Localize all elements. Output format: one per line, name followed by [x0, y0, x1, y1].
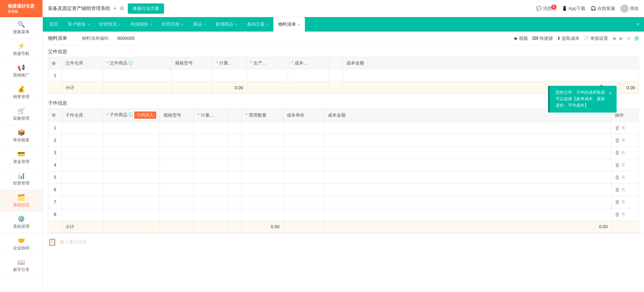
- child-row-8-quantity[interactable]: [194, 208, 228, 221]
- user-btn[interactable]: 用友: [620, 4, 639, 13]
- child-row-8-warehouse[interactable]: [62, 208, 103, 221]
- child-row-5-unit-cost[interactable]: [283, 171, 324, 184]
- tab-close-operations[interactable]: ×: [119, 22, 121, 26]
- delete-row-6-icon[interactable]: 🗑: [615, 187, 620, 192]
- parent-col-settings[interactable]: ⚙: [48, 57, 62, 69]
- child-row-1-product[interactable]: [103, 122, 160, 134]
- sidebar-item-quick-nav[interactable]: ⚡ 快捷导航: [0, 39, 42, 60]
- child-row-6-quantity[interactable]: [194, 184, 228, 196]
- tab-close-products[interactable]: ×: [204, 22, 206, 26]
- tab-close-profit[interactable]: ×: [150, 22, 152, 26]
- dropdown-arrow-icon[interactable]: ▾: [114, 6, 116, 11]
- child-row-3-quantity[interactable]: [194, 147, 228, 159]
- child-row-2-quantity[interactable]: [194, 134, 228, 147]
- tab-close-history[interactable]: ×: [181, 22, 183, 26]
- child-row-5-quantity[interactable]: [194, 171, 228, 184]
- delete-row-3-icon[interactable]: 🗑: [615, 150, 620, 155]
- nav-prev-btn[interactable]: ◀: [612, 36, 616, 41]
- child-row-4-spec[interactable]: [160, 159, 194, 171]
- child-row-1-spec[interactable]: [160, 122, 194, 134]
- sidebar-item-inventory[interactable]: 📦 库存核算: [0, 125, 42, 147]
- child-row-8-product[interactable]: [103, 208, 160, 221]
- app-download-btn[interactable]: 📱 App下载: [562, 5, 585, 12]
- grid-view-btn[interactable]: ≡: [627, 35, 630, 42]
- child-row-3-unit-cost[interactable]: [283, 147, 324, 159]
- child-row-7-warehouse[interactable]: [62, 196, 103, 208]
- sidebar-item-basic-info[interactable]: 🗂️ 基础信息: [0, 190, 42, 212]
- child-row-5-spec[interactable]: [160, 171, 194, 184]
- child-col-settings[interactable]: ⚙: [48, 109, 62, 122]
- tab-bom[interactable]: 物料清单 ×: [273, 17, 305, 32]
- delete-row-8-icon[interactable]: 🗑: [615, 211, 620, 217]
- copy-row-4-icon[interactable]: ⎘: [622, 162, 625, 167]
- delete-row-7-icon[interactable]: 🗑: [615, 199, 620, 205]
- tab-home[interactable]: 首页: [45, 17, 63, 32]
- tab-close-barcode[interactable]: ×: [267, 22, 269, 26]
- child-row-3-spec[interactable]: [160, 147, 194, 159]
- child-row-5-warehouse[interactable]: [62, 171, 103, 184]
- child-row-5-required-qty[interactable]: [242, 171, 283, 184]
- delete-row-1-icon[interactable]: 🗑: [615, 125, 620, 131]
- copy-row-6-icon[interactable]: ⎘: [622, 187, 625, 192]
- extract-cost-btn[interactable]: ⬇ 提取成本: [557, 35, 580, 42]
- online-service-btn[interactable]: 🎧 在线客服: [591, 5, 615, 12]
- tab-close-bom[interactable]: ×: [298, 22, 300, 26]
- shortcut-btn[interactable]: ⌨ 快捷键: [532, 35, 553, 42]
- child-row-2-required-qty[interactable]: [242, 134, 283, 147]
- tab-products[interactable]: 商品 ×: [188, 17, 211, 32]
- copy-row-2-icon[interactable]: ⎘: [622, 138, 625, 143]
- tooltip-close-btn[interactable]: ×: [609, 89, 612, 97]
- copy-row-8-icon[interactable]: ⎘: [622, 212, 625, 217]
- child-row-8-required-qty[interactable]: [242, 208, 283, 221]
- tab-close-new-product[interactable]: ×: [235, 22, 237, 26]
- child-row-6-unit-cost[interactable]: [283, 184, 324, 196]
- child-row-3-warehouse[interactable]: [62, 147, 103, 159]
- single-settings-btn[interactable]: 📄 单据设置: [584, 35, 608, 42]
- tab-operations[interactable]: 经营情况 ×: [94, 17, 125, 32]
- tab-profit[interactable]: 利润报告 ×: [126, 17, 157, 32]
- close-all-tabs[interactable]: ×: [634, 21, 642, 27]
- child-row-7-quantity[interactable]: [194, 196, 228, 208]
- delete-row-4-icon[interactable]: 🗑: [615, 162, 620, 168]
- child-row-1-quantity[interactable]: [194, 122, 228, 134]
- copy-row-5-icon[interactable]: ⎘: [622, 175, 625, 180]
- tab-customers[interactable]: 客户联络 ×: [63, 17, 94, 32]
- sidebar-item-sales[interactable]: 💰 销售管理: [0, 82, 42, 104]
- message-btn[interactable]: 💬 消息 6: [536, 5, 557, 12]
- sidebar-item-guide[interactable]: 📖 新手引导: [0, 255, 42, 277]
- sidebar-item-search[interactable]: 🔍 搜索菜单: [0, 17, 42, 39]
- child-row-7-required-qty[interactable]: [242, 196, 283, 208]
- child-row-4-quantity[interactable]: [194, 159, 228, 171]
- child-row-3-product[interactable]: [103, 147, 160, 159]
- nav-next-btn[interactable]: ▶: [620, 36, 623, 41]
- child-row-4-product[interactable]: [103, 159, 160, 171]
- sidebar-item-marketing[interactable]: 📢 营销推广: [0, 60, 42, 82]
- child-row-6-required-qty[interactable]: [242, 184, 283, 196]
- tab-close-customers[interactable]: ×: [87, 22, 89, 26]
- child-row-1-required-qty[interactable]: [242, 122, 283, 134]
- child-row-4-required-qty[interactable]: [242, 159, 283, 171]
- child-row-7-spec[interactable]: [160, 196, 194, 208]
- child-row-7-unit-cost[interactable]: [283, 196, 324, 208]
- gear-settings-icon[interactable]: ⚙: [120, 5, 124, 12]
- tab-history[interactable]: 经营历程 ×: [157, 17, 188, 32]
- tab-barcode[interactable]: 条码方案 ×: [242, 17, 273, 32]
- scan-input-btn[interactable]: 扫码录入: [134, 112, 156, 119]
- child-row-6-product[interactable]: [103, 184, 160, 196]
- parent-row-1-cost[interactable]: [288, 69, 329, 82]
- delete-row-5-icon[interactable]: 🗑: [615, 174, 620, 180]
- child-row-5-product[interactable]: [103, 171, 160, 184]
- child-row-6-warehouse[interactable]: [62, 184, 103, 196]
- copy-row-1-icon[interactable]: ⎘: [622, 125, 625, 130]
- sidebar-item-finance[interactable]: 💳 资金管理: [0, 147, 42, 168]
- experience-btn[interactable]: 体验行业方案: [128, 3, 164, 14]
- child-row-3-required-qty[interactable]: [242, 147, 283, 159]
- child-row-2-spec[interactable]: [160, 134, 194, 147]
- list-view-btn[interactable]: ⊞: [634, 35, 639, 42]
- view-btn[interactable]: ▶ 视频: [515, 35, 528, 42]
- parent-row-1-quantity[interactable]: [213, 69, 247, 82]
- parent-row-1-product[interactable]: [103, 69, 172, 82]
- parent-row-1-production[interactable]: [247, 69, 288, 82]
- sidebar-item-purchase[interactable]: 🛒 采购管理: [0, 104, 42, 125]
- parent-row-1-warehouse[interactable]: [62, 69, 103, 82]
